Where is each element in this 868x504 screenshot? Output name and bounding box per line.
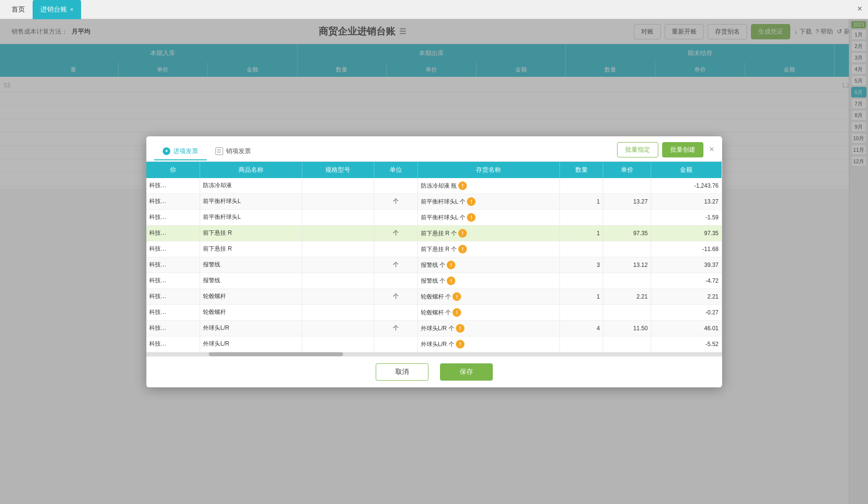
table-cell bbox=[302, 241, 374, 257]
table-cell: 个 bbox=[374, 225, 417, 241]
table-cell: 前平衡杆球头L bbox=[200, 209, 302, 225]
horizontal-scrollbar[interactable] bbox=[146, 352, 722, 356]
table-cell: 科技… bbox=[146, 178, 200, 194]
table-cell: 39.37 bbox=[651, 257, 722, 273]
warning-icon: ! bbox=[458, 245, 467, 253]
table-cell: 科技… bbox=[146, 257, 200, 273]
modal-close-button[interactable]: × bbox=[709, 144, 714, 158]
table-cell: 外球头L/R bbox=[200, 336, 302, 352]
table-row: 科技…防冻冷却液防冻冷却液 瓶 !-1,243.76 bbox=[146, 178, 722, 194]
col-header-unit: 单位 bbox=[374, 162, 417, 178]
table-cell bbox=[302, 304, 374, 320]
table-cell bbox=[559, 209, 603, 225]
outgoing-tab-icon: ☰ bbox=[215, 147, 223, 155]
table-cell bbox=[603, 178, 651, 194]
warning-icon: ! bbox=[452, 308, 461, 317]
table-cell: 2.21 bbox=[603, 288, 651, 304]
tab-home[interactable]: 首页 bbox=[4, 0, 33, 19]
table-cell: -4.72 bbox=[651, 273, 722, 288]
window-close-button[interactable]: × bbox=[857, 4, 862, 14]
table-cell: 前下悬挂 R 个 ! bbox=[417, 241, 559, 257]
col-header-company: 你 bbox=[146, 162, 200, 178]
tab-ledger-close[interactable]: × bbox=[70, 6, 73, 13]
table-row: 科技…轮毂螺杆个轮毂螺杆 个 !12.212.21 bbox=[146, 288, 722, 304]
cancel-button[interactable]: 取消 bbox=[376, 363, 428, 381]
col-header-inventory: 存货名称 bbox=[417, 162, 559, 178]
col-header-price: 单价 bbox=[603, 162, 651, 178]
tab-bar: 首页 进销台账 × × bbox=[0, 0, 868, 19]
batch-assign-button[interactable]: 批量指定 bbox=[617, 142, 658, 157]
table-cell: -11.68 bbox=[651, 241, 722, 257]
table-cell: 13.27 bbox=[603, 193, 651, 209]
warning-icon: ! bbox=[467, 197, 476, 206]
tab-ledger[interactable]: 进销台账 × bbox=[33, 0, 81, 19]
tab-ledger-label: 进销台账 bbox=[40, 5, 67, 14]
table-cell: 13.27 bbox=[651, 193, 722, 209]
table-row: 科技…前平衡杆球头L前平衡杆球头L 个 !-1.59 bbox=[146, 209, 722, 225]
table-cell bbox=[559, 178, 603, 194]
table-cell: 2.21 bbox=[651, 288, 722, 304]
table-cell bbox=[603, 273, 651, 288]
table-cell bbox=[603, 304, 651, 320]
table-cell: 97.35 bbox=[603, 225, 651, 241]
modal-table-wrap[interactable]: 你 商品名称 规格型号 单位 存货名称 数量 单价 金额 科技…防冻冷却液防冻冷… bbox=[146, 162, 722, 352]
table-cell: 个 bbox=[374, 257, 417, 273]
warning-icon: ! bbox=[447, 261, 455, 269]
table-cell: 科技… bbox=[146, 193, 200, 209]
table-cell bbox=[559, 304, 603, 320]
table-cell: 外球头L/R 个 ! bbox=[417, 320, 559, 336]
warning-icon: ! bbox=[456, 340, 464, 348]
table-cell: 3 bbox=[559, 257, 603, 273]
table-row: 科技…轮毂螺杆轮毂螺杆 个 !-0.27 bbox=[146, 304, 722, 320]
table-cell: 97.35 bbox=[651, 225, 722, 241]
modal-footer: 取消 保存 bbox=[146, 356, 722, 387]
warning-icon: ! bbox=[456, 324, 464, 333]
table-cell: 外球头L/R bbox=[200, 320, 302, 336]
table-cell: 4 bbox=[559, 320, 603, 336]
tab-home-label: 首页 bbox=[12, 5, 25, 14]
save-button[interactable]: 保存 bbox=[440, 363, 493, 381]
table-cell: 前平衡杆球头L bbox=[200, 193, 302, 209]
table-cell: 1 bbox=[559, 225, 603, 241]
outgoing-tab-label: 销项发票 bbox=[226, 147, 251, 156]
table-cell: 报警线 个 ! bbox=[417, 273, 559, 288]
table-cell: 前平衡杆球头L 个 ! bbox=[417, 193, 559, 209]
table-cell: 轮毂螺杆 个 ! bbox=[417, 304, 559, 320]
table-cell bbox=[302, 336, 374, 352]
table-cell: 科技… bbox=[146, 209, 200, 225]
table-cell: 科技… bbox=[146, 304, 200, 320]
tab-incoming-invoice[interactable]: ✦ 进项发票 bbox=[154, 143, 207, 160]
table-cell bbox=[374, 273, 417, 288]
table-cell: 报警线 bbox=[200, 273, 302, 288]
modal-header-actions: 批量指定 批量创建 bbox=[617, 142, 703, 161]
scrollbar-thumb[interactable] bbox=[209, 352, 343, 356]
table-cell bbox=[302, 273, 374, 288]
table-cell: 1 bbox=[559, 288, 603, 304]
table-cell: 前下悬挂 R 个 ! bbox=[417, 225, 559, 241]
table-cell: 科技… bbox=[146, 288, 200, 304]
table-cell: 报警线 bbox=[200, 257, 302, 273]
table-row: 科技…报警线个报警线 个 !313.1239.37 bbox=[146, 257, 722, 273]
table-cell: -5.52 bbox=[651, 336, 722, 352]
incoming-tab-icon: ✦ bbox=[163, 147, 170, 155]
table-cell: 轮毂螺杆 bbox=[200, 288, 302, 304]
table-header-row: 你 商品名称 规格型号 单位 存货名称 数量 单价 金额 bbox=[146, 162, 722, 178]
table-cell bbox=[302, 257, 374, 273]
table-cell bbox=[302, 225, 374, 241]
table-cell: 防冻冷却液 瓶 ! bbox=[417, 178, 559, 194]
warning-icon: ! bbox=[447, 276, 455, 285]
tab-outgoing-invoice[interactable]: ☰ 销项发票 bbox=[207, 143, 260, 160]
table-cell bbox=[374, 336, 417, 352]
table-cell bbox=[302, 288, 374, 304]
col-header-qty: 数量 bbox=[559, 162, 603, 178]
table-cell bbox=[374, 241, 417, 257]
incoming-tab-label: 进项发票 bbox=[173, 147, 198, 156]
batch-create-button[interactable]: 批量创建 bbox=[662, 142, 703, 157]
table-cell: 前下悬挂 R bbox=[200, 241, 302, 257]
warning-icon: ! bbox=[458, 229, 467, 238]
modal-header: ✦ 进项发票 ☰ 销项发票 批量指定 批量创建 × bbox=[146, 136, 722, 162]
table-cell bbox=[302, 320, 374, 336]
table-cell: 轮毂螺杆 bbox=[200, 304, 302, 320]
table-cell bbox=[302, 209, 374, 225]
table-cell bbox=[559, 241, 603, 257]
